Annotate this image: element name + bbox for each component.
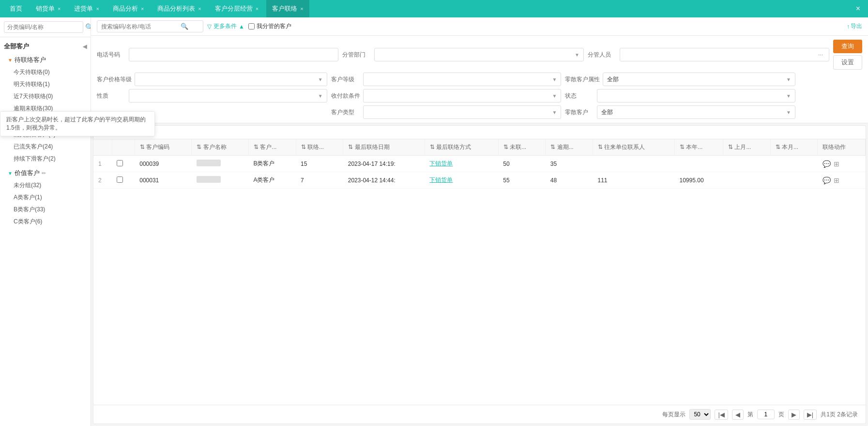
sort-method-icon[interactable]: ⇅ <box>430 144 435 150</box>
sidebar-item-ungroup[interactable]: 未分组(32) <box>4 179 91 191</box>
close-customer-contact-icon[interactable]: × <box>300 6 303 12</box>
cell-checkbox[interactable] <box>112 172 135 189</box>
table-area: ⚙ ⇅ 客户编码 ⇅ 客户名称 ⇅ 客户... ⇅ 联络... ⇅ 最后联络日期 <box>93 125 866 424</box>
nav-analysis-list[interactable]: 商品分析列表 × <box>152 0 207 17</box>
cell-this-year: 10995.00 <box>675 172 723 189</box>
close-purchase-icon[interactable]: × <box>96 6 99 12</box>
customer-type-select[interactable]: ▼ <box>363 105 562 119</box>
sidebar-search-icon[interactable]: 🔍 <box>85 23 91 31</box>
th-name: ⇅ 客户名称 <box>192 139 249 156</box>
retail-attr-field: 零散客户属性 全部 ▼ <box>565 73 795 86</box>
person-label: 分管人员 <box>588 51 617 59</box>
sort-date-icon[interactable]: ⇅ <box>348 144 353 150</box>
customer-grade-label: 客户等级 <box>331 75 360 84</box>
per-page-select[interactable]: 50 <box>689 409 711 420</box>
export-button[interactable]: ↑ 导出 <box>847 22 862 30</box>
window-close-icon[interactable]: × <box>852 4 864 13</box>
last-page-button[interactable]: ▶| <box>804 410 817 420</box>
sort-cp-icon[interactable]: ⇅ <box>598 144 603 150</box>
price-grade-select[interactable]: ▼ <box>135 73 327 86</box>
sort-code-icon[interactable]: ⇅ <box>140 144 145 150</box>
person-more-icon: ··· <box>818 51 823 58</box>
retail-customer-label: 零散客户 <box>565 108 594 117</box>
close-analysis-list-icon[interactable]: × <box>198 6 201 12</box>
cell-checkbox[interactable] <box>112 156 135 172</box>
retail-customer-select[interactable]: 全部 ▼ <box>597 105 795 119</box>
sort-name-icon[interactable]: ⇅ <box>197 144 201 150</box>
last-method-link[interactable]: 下销货单 <box>429 160 453 167</box>
nav-analysis[interactable]: 商品分析 × <box>107 0 150 17</box>
chat-icon[interactable]: 💬 <box>822 160 831 168</box>
th-grade: ⇅ 客户... <box>248 139 296 156</box>
status-select[interactable]: ▼ <box>597 89 795 103</box>
edit-icon[interactable]: ✏ <box>42 170 46 176</box>
chat-icon[interactable]: 💬 <box>822 176 831 184</box>
nav-customer-mgmt[interactable]: 客户分层经营 × <box>209 0 264 17</box>
sidebar-item-today[interactable]: 今天待联络(0) <box>4 66 91 78</box>
status-dropdown-icon: ▼ <box>786 93 791 99</box>
sort-contact-icon[interactable]: ⇅ <box>301 144 306 150</box>
sort-tm-icon[interactable]: ⇅ <box>776 144 780 150</box>
sort-grade-icon[interactable]: ⇅ <box>254 144 259 150</box>
th-this-year: ⇅ 本年... <box>675 139 723 156</box>
prev-page-button[interactable]: ◀ <box>732 410 744 420</box>
first-page-button[interactable]: |◀ <box>715 410 728 420</box>
filter-search-input[interactable] <box>101 23 179 30</box>
sidebar-item-b-class[interactable]: B类客户(33) <box>4 204 91 216</box>
sidebar-item-c-class[interactable]: C类客户(6) <box>4 216 91 228</box>
retail-attr-value: 全部 <box>607 75 619 84</box>
nav-purchase[interactable]: 进货单 × <box>68 0 105 17</box>
table-container[interactable]: ⇅ 客户编码 ⇅ 客户名称 ⇅ 客户... ⇅ 联络... ⇅ 最后联络日期 ⇅… <box>93 139 866 405</box>
pending-group-header[interactable]: ▼ 待联络客户 <box>4 54 91 66</box>
sidebar-item-tomorrow[interactable]: 明天待联络(1) <box>4 78 91 90</box>
settings-button[interactable]: 设置 <box>833 55 862 70</box>
phone-input[interactable] <box>129 48 338 61</box>
cell-num: 1 <box>93 156 112 172</box>
sort-pending-icon[interactable]: ⇅ <box>503 144 508 150</box>
customer-type-label: 客户类型 <box>331 108 360 117</box>
status-label: 状态 <box>565 92 594 100</box>
close-sales-icon[interactable]: × <box>58 6 61 12</box>
page-input[interactable] <box>757 410 775 419</box>
cell-contact: 15 <box>296 156 343 172</box>
payment-select[interactable]: ▼ <box>363 89 562 103</box>
sidebar-item-declining[interactable]: 持续下滑客户(2) <box>4 153 87 165</box>
nav-sales[interactable]: 销货单 × <box>30 0 66 17</box>
close-customer-mgmt-icon[interactable]: × <box>256 6 259 12</box>
my-customers-checkbox[interactable] <box>248 23 255 29</box>
close-analysis-icon[interactable]: × <box>141 6 144 12</box>
sidebar-item-a-class[interactable]: A类客户(1) <box>4 191 91 204</box>
sort-year-icon[interactable]: ⇅ <box>680 144 685 150</box>
sidebar-item-churned[interactable]: 已流失客户(24) <box>4 141 87 153</box>
retail-attr-select[interactable]: 全部 ▼ <box>603 73 795 86</box>
sidebar: 🔍 全部客户 ◀ ▼ 待联络客户 今天待联络(0) 明天待联络(1) 近7天待联… <box>0 17 91 426</box>
dept-select[interactable]: ▼ <box>374 48 584 61</box>
query-button[interactable]: 查询 <box>833 40 862 53</box>
sort-lm-icon[interactable]: ⇅ <box>728 144 733 150</box>
payment-dropdown-icon: ▼ <box>552 93 557 99</box>
person-select[interactable]: ··· <box>620 48 829 61</box>
grid-icon[interactable]: ⊞ <box>834 160 839 168</box>
grid-icon[interactable]: ⊞ <box>834 176 839 184</box>
filter-row-1: 电话号码 分管部门 ▼ 分管人员 ··· 查询 设置 <box>97 40 862 70</box>
filter-search-icon[interactable]: 🔍 <box>181 23 188 30</box>
price-grade-dropdown-icon: ▼ <box>318 77 323 82</box>
customer-grade-select[interactable]: ▼ <box>363 73 562 86</box>
gender-select[interactable]: ▼ <box>129 89 327 103</box>
row-checkbox[interactable] <box>117 160 123 166</box>
last-method-link[interactable]: 下销货单 <box>429 176 453 183</box>
sort-overdue-icon[interactable]: ⇅ <box>550 144 555 150</box>
retail-customer-value: 全部 <box>601 108 613 117</box>
nav-customer-contact[interactable]: 客户联络 × <box>266 0 309 17</box>
cell-this-year <box>675 156 723 172</box>
value-customer-header[interactable]: ▼ 价值客户 ✏ <box>4 167 91 179</box>
sidebar-search-input[interactable] <box>4 21 83 33</box>
sidebar-item-7days[interactable]: 近7天待联络(0) <box>4 90 91 103</box>
customer-type-field: 客户类型 ▼ <box>331 105 562 119</box>
nav-home[interactable]: 首页 <box>4 0 28 17</box>
all-customers-header[interactable]: 全部客户 ◀ <box>0 39 91 54</box>
customer-type-dropdown-icon: ▼ <box>552 110 557 115</box>
row-checkbox[interactable] <box>117 176 123 183</box>
next-page-button[interactable]: ▶ <box>788 410 800 420</box>
more-conditions-btn[interactable]: ▽ 更多条件 ▲ <box>207 22 244 30</box>
